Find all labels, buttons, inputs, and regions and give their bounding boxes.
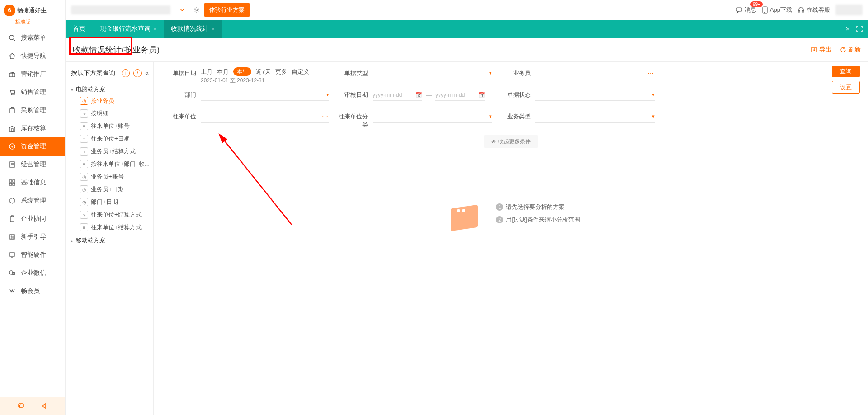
preset-7days[interactable]: 近7天 xyxy=(256,68,271,76)
doc-type-select[interactable]: ▾ xyxy=(373,67,492,79)
preset-this-year[interactable]: 本年 xyxy=(233,67,251,76)
tab-home[interactable]: 首页 xyxy=(66,20,93,38)
nav-label: 营销推广 xyxy=(21,70,46,78)
scheme-item[interactable]: ◔部门+日期 xyxy=(69,196,151,208)
nav-collab[interactable]: 企业协同 xyxy=(0,210,65,228)
collapse-filters-button[interactable]: 收起更多条件 xyxy=(484,135,538,148)
sound-icon[interactable] xyxy=(41,402,48,410)
export-icon xyxy=(811,47,817,53)
gear-icon[interactable] xyxy=(17,402,24,410)
nav-finance[interactable]: ¥资金管理 xyxy=(0,137,65,156)
biz-type-select[interactable]: ▾ xyxy=(535,111,655,123)
nav-list: 搜索菜单 快捷导航 营销推广 销售管理 采购管理 库存核算 ¥资金管理 经营管理… xyxy=(0,29,65,397)
bar-icon: ⫾ xyxy=(80,147,88,156)
preset-custom[interactable]: 自定义 xyxy=(292,68,309,76)
refresh-button[interactable]: 刷新 xyxy=(840,46,861,54)
experience-button[interactable]: 体验行业方案 xyxy=(204,3,250,17)
svg-rect-7 xyxy=(11,129,13,131)
svg-point-29 xyxy=(764,12,765,13)
logo[interactable]: 6 畅捷通好生 xyxy=(0,0,65,20)
nav-label: 智能硬件 xyxy=(21,251,46,259)
collapse-panel-icon[interactable]: « xyxy=(145,69,149,77)
nav-system[interactable]: 系统管理 xyxy=(0,192,65,210)
empty-state: 1请先选择要分析的方案 2用[过滤]条件来缩小分析范围 xyxy=(161,148,861,415)
dept-select[interactable]: ▾ xyxy=(201,89,329,101)
svg-point-33 xyxy=(137,73,138,74)
salesman-select[interactable]: ⋯ xyxy=(535,67,655,79)
scheme-item[interactable]: ≡往来单位+日期 xyxy=(69,132,151,145)
nav-search-menu[interactable]: 搜索菜单 xyxy=(0,29,65,47)
calendar-icon: 📅 xyxy=(415,92,422,98)
tab-receipt-stats[interactable]: 收款情况统计× xyxy=(164,20,222,38)
scheme-item[interactable]: ≡按往来单位+部门+收... xyxy=(69,158,151,170)
close-icon[interactable]: × xyxy=(153,26,156,32)
partner-cat-select[interactable]: ▾ xyxy=(373,111,492,123)
warehouse-icon xyxy=(8,124,16,132)
scheme-item[interactable]: ≡往来单位+账号 xyxy=(69,120,151,132)
nav-operation[interactable]: 经营管理 xyxy=(0,156,65,174)
scheme-item[interactable]: ◔按业务员 xyxy=(69,94,151,107)
nav-newbie[interactable]: 新新手引导 xyxy=(0,228,65,246)
svg-rect-14 xyxy=(13,180,15,182)
scheme-title: 按以下方案查询 xyxy=(71,69,115,77)
preset-last-month[interactable]: 上月 xyxy=(201,68,212,76)
topbar: 体验行业方案 消息 99+ App下载 在线客服 xyxy=(66,0,868,20)
doc-status-select[interactable]: ▾ xyxy=(535,89,655,101)
scheme-item[interactable]: ◷业务员+账号 xyxy=(69,170,151,183)
dots-icon: ⋯ xyxy=(647,70,655,77)
clock-icon: ◔ xyxy=(80,198,88,206)
nav-label: 新手引导 xyxy=(21,233,46,241)
nav-sales[interactable]: 销售管理 xyxy=(0,83,65,101)
nav-purchase[interactable]: 采购管理 xyxy=(0,101,65,119)
org-selector-blur[interactable] xyxy=(71,5,170,14)
nav-member[interactable]: 畅会员 xyxy=(0,282,65,300)
preset-more[interactable]: 更多 xyxy=(275,68,287,76)
app-download-link[interactable]: App下载 xyxy=(762,6,792,14)
query-button[interactable]: 查询 xyxy=(832,66,860,77)
nav-wechat[interactable]: 企业微信 xyxy=(0,264,65,282)
tab-cash-bank[interactable]: 现金银行流水查询× xyxy=(93,20,164,38)
svg-rect-31 xyxy=(802,10,804,12)
nav-inventory[interactable]: 库存核算 xyxy=(0,119,65,137)
scheme-item[interactable]: ∿往来单位+结算方式 xyxy=(69,208,151,221)
svg-rect-16 xyxy=(13,183,15,185)
scheme-header: 按以下方案查询 + « xyxy=(69,66,151,80)
page-title: 收款情况统计(按业务员) xyxy=(73,44,160,55)
scheme-group-desktop[interactable]: ▾电脑端方案 xyxy=(69,83,151,94)
export-button[interactable]: 导出 xyxy=(811,46,832,54)
nav-marketing[interactable]: 营销推广 xyxy=(0,65,65,83)
home-icon xyxy=(8,52,16,60)
nav-quick[interactable]: 快捷导航 xyxy=(0,47,65,65)
messages-link[interactable]: 消息 99+ xyxy=(736,6,756,14)
svg-point-5 xyxy=(14,94,14,95)
partner-select[interactable]: ⋯ xyxy=(201,111,329,123)
audit-date-from[interactable]: yyyy-mm-dd📅 xyxy=(373,89,422,101)
list-icon: ≡ xyxy=(80,160,88,168)
user-avatar-blur[interactable] xyxy=(835,5,863,15)
preset-this-month[interactable]: 本月 xyxy=(217,68,229,76)
svg-rect-27 xyxy=(736,8,742,11)
fullscreen-icon[interactable] xyxy=(856,26,863,32)
close-icon[interactable]: × xyxy=(212,26,215,32)
settings-button[interactable]: 设置 xyxy=(832,81,860,94)
chevron-down-icon[interactable] xyxy=(177,5,188,15)
nav-hardware[interactable]: 智能硬件 xyxy=(0,246,65,264)
scheme-gear-button[interactable] xyxy=(133,69,142,77)
vip-icon xyxy=(8,287,16,295)
nav-label: 搜索菜单 xyxy=(21,34,46,42)
svg-point-4 xyxy=(11,94,12,95)
cart-icon xyxy=(8,88,16,96)
svg-text:¥: ¥ xyxy=(11,145,14,149)
scheme-item[interactable]: ∿按明细 xyxy=(69,107,151,120)
customer-service-link[interactable]: 在线客服 xyxy=(797,6,830,14)
scheme-item[interactable]: ⫾业务员+结算方式 xyxy=(69,145,151,158)
audit-date-to[interactable]: yyyy-mm-dd📅 xyxy=(435,89,485,101)
scheme-item[interactable]: ≡往来单位+结算方式 xyxy=(69,221,151,234)
scheme-group-mobile[interactable]: ▸移动端方案 xyxy=(69,234,151,245)
scheme-item[interactable]: ◷业务员+日期 xyxy=(69,183,151,196)
tabs-close-icon[interactable]: × xyxy=(846,25,850,33)
gear-icon[interactable] xyxy=(191,5,202,15)
caret-down-icon: ▾ xyxy=(71,87,73,92)
nav-base[interactable]: 基础信息 xyxy=(0,174,65,192)
add-scheme-button[interactable]: + xyxy=(122,69,130,77)
